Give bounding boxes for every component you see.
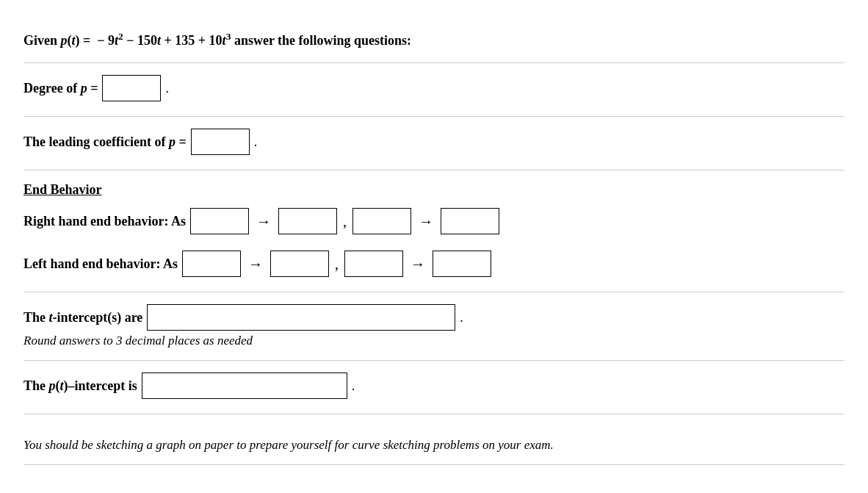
pt-intercept-row: The p(t)–intercept is .: [23, 373, 845, 399]
header-section: Given p(t) = − 9t2 − 150t + 135 + 10t3 a…: [23, 18, 845, 63]
right-as2-input[interactable]: [352, 208, 411, 234]
footer-section: You should be sketching a graph on paper…: [23, 414, 845, 465]
end-behavior-title: End Behavior: [23, 182, 845, 198]
left-arrow2-icon: →: [411, 256, 425, 273]
t-intercept-input[interactable]: [147, 304, 455, 331]
right-as-input[interactable]: [190, 208, 249, 234]
degree-period: .: [165, 81, 169, 96]
pt-intercept-section: The p(t)–intercept is .: [23, 361, 845, 414]
pt-intercept-label: The p(t)–intercept is: [23, 378, 137, 394]
degree-input[interactable]: [102, 75, 161, 101]
t-intercept-section: The t-intercept(s) are . Round answers t…: [23, 292, 845, 361]
left-hand-label: Left hand end behavior: As: [23, 256, 178, 272]
left-comma: ,: [335, 256, 339, 273]
leading-coefficient-input[interactable]: [191, 129, 250, 155]
given-label: Given p(t) = − 9t2 − 150t + 135 + 10t3 a…: [23, 29, 411, 51]
leading-coefficient-label: The leading coefficient of p =: [23, 134, 187, 150]
left-result1-input[interactable]: [270, 251, 329, 277]
pt-intercept-input[interactable]: [142, 373, 347, 399]
right-result1-input[interactable]: [278, 208, 337, 234]
t-intercept-period: .: [460, 310, 463, 325]
t-intercept-note: Round answers to 3 decimal places as nee…: [23, 334, 845, 348]
pt-intercept-period: .: [352, 378, 355, 394]
leading-coefficient-period: .: [254, 134, 258, 150]
given-equation: Given p(t) = − 9t2 − 150t + 135 + 10t3 a…: [23, 29, 845, 51]
leading-coefficient-section: The leading coefficient of p = .: [23, 117, 845, 170]
footer-note: You should be sketching a graph on paper…: [23, 432, 845, 453]
t-intercept-row: The t-intercept(s) are .: [23, 304, 845, 331]
left-as2-input[interactable]: [344, 251, 403, 277]
left-as-input[interactable]: [182, 251, 241, 277]
degree-row: Degree of p = .: [23, 75, 845, 101]
degree-section: Degree of p = .: [23, 63, 845, 117]
right-result2-input[interactable]: [441, 208, 499, 234]
degree-label: Degree of p =: [23, 81, 98, 96]
t-intercept-label: The t-intercept(s) are: [23, 310, 142, 325]
right-comma: ,: [343, 213, 347, 230]
left-hand-row: Left hand end behavior: As → , →: [23, 251, 845, 277]
leading-coefficient-row: The leading coefficient of p = .: [23, 129, 845, 155]
left-arrow1-icon: →: [248, 256, 263, 273]
right-arrow2-icon: →: [419, 213, 433, 230]
right-arrow1-icon: →: [256, 213, 271, 230]
left-result2-input[interactable]: [433, 251, 491, 277]
right-hand-label: Right hand end behavior: As: [23, 214, 186, 229]
right-hand-row: Right hand end behavior: As → , →: [23, 208, 845, 234]
end-behavior-section: End Behavior Right hand end behavior: As…: [23, 170, 845, 292]
